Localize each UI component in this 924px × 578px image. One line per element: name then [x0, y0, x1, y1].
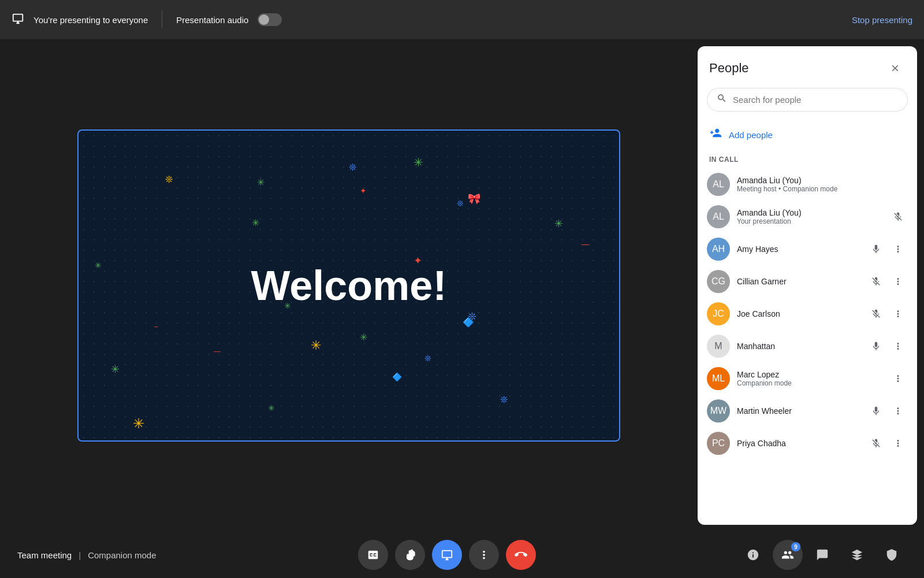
- presentation-frame: ✳ ✳ ✳ ✳ ✳ ✳ ✳ ✳ ❊ ❊ ❊ ❊ ❊ ✦ – — ✦ ❊: [77, 129, 620, 442]
- participant-name: Marc Lopez: [737, 370, 881, 379]
- participant-row: ALAmanda Liu (You)Your presentation: [698, 201, 917, 233]
- avatar: M: [707, 335, 730, 358]
- more-options-button[interactable]: [888, 433, 908, 453]
- search-box[interactable]: [707, 88, 908, 112]
- participant-actions: [888, 369, 908, 388]
- participant-row: CGCillian Garner: [698, 265, 917, 298]
- captions-button[interactable]: [358, 540, 388, 570]
- participant-row: MLMarc LopezCompanion mode: [698, 362, 917, 395]
- add-people-label: Add people: [729, 130, 773, 140]
- people-badge: 9: [791, 542, 800, 551]
- raise-hand-button[interactable]: [395, 540, 425, 570]
- avatar: CG: [707, 270, 730, 293]
- participants-list: ALAmanda Liu (You)Meeting host • Compani…: [698, 168, 917, 525]
- participant-info: Manhattan: [737, 342, 859, 351]
- participant-actions: [866, 401, 908, 421]
- stop-presenting-button[interactable]: Stop presenting: [852, 15, 912, 25]
- avatar: AL: [707, 173, 730, 196]
- avatar: JC: [707, 302, 730, 325]
- controls-right: 9: [738, 540, 907, 570]
- avatar: MW: [707, 399, 730, 423]
- panel-title: People: [709, 61, 749, 76]
- participant-subtitle: Your presentation: [737, 217, 881, 225]
- participant-row: ALAmanda Liu (You)Meeting host • Compani…: [698, 168, 917, 201]
- presenting-text: You're presenting to everyone: [33, 15, 148, 25]
- participant-info: Amy Hayes: [737, 244, 859, 254]
- close-panel-button[interactable]: [885, 58, 906, 79]
- top-bar: You're presenting to everyone Presentati…: [0, 0, 924, 39]
- participant-name: Joe Carlson: [737, 309, 859, 318]
- participant-subtitle: Companion mode: [737, 379, 881, 387]
- people-panel: People Add people IN CALL ALAmanda Liu (…: [698, 46, 917, 525]
- screen-share-icon: [12, 12, 24, 28]
- participant-info: Joe Carlson: [737, 309, 859, 318]
- participant-info: Marc LopezCompanion mode: [737, 370, 881, 387]
- mic-button[interactable]: [866, 239, 886, 259]
- avatar: AL: [707, 205, 730, 228]
- video-area: ✳ ✳ ✳ ✳ ✳ ✳ ✳ ✳ ❊ ❊ ❊ ❊ ❊ ✦ – — ✦ ❊: [0, 39, 698, 532]
- participant-info: Amanda Liu (You)Meeting host • Companion…: [737, 176, 901, 193]
- participant-name: Manhattan: [737, 342, 859, 351]
- participant-info: Martin Wheeler: [737, 406, 859, 416]
- participant-info: Cillian Garner: [737, 277, 859, 286]
- present-button[interactable]: [432, 540, 462, 570]
- more-options-button[interactable]: [888, 272, 908, 291]
- in-call-label: IN CALL: [698, 149, 917, 168]
- presentation-audio-toggle[interactable]: [258, 13, 282, 26]
- participant-name: Amanda Liu (You): [737, 176, 901, 185]
- end-call-button[interactable]: [506, 540, 536, 570]
- participant-actions: [866, 433, 908, 453]
- mic-button[interactable]: [866, 304, 886, 324]
- participant-info: Amanda Liu (You)Your presentation: [737, 208, 881, 225]
- meeting-title: Team meeting: [17, 550, 72, 560]
- more-options-button[interactable]: [469, 540, 499, 570]
- participant-actions: [866, 239, 908, 259]
- companion-mode-label: Companion mode: [88, 550, 156, 560]
- search-icon: [717, 93, 727, 106]
- participant-actions: [888, 207, 908, 227]
- participant-info: Priya Chadha: [737, 439, 859, 448]
- avatar: PC: [707, 432, 730, 455]
- more-options-button[interactable]: [888, 369, 908, 388]
- mic-button[interactable]: [888, 207, 908, 227]
- search-input[interactable]: [733, 95, 898, 105]
- meeting-divider: |: [79, 550, 81, 560]
- participant-actions: [866, 336, 908, 356]
- mic-button[interactable]: [866, 336, 886, 356]
- participant-subtitle: Meeting host • Companion mode: [737, 185, 901, 193]
- activities-button[interactable]: [842, 540, 872, 570]
- bottom-bar: Team meeting | Companion mode 9: [0, 532, 924, 578]
- meeting-info: Team meeting | Companion mode: [17, 550, 157, 560]
- safety-button[interactable]: [877, 540, 907, 570]
- top-bar-divider: [162, 11, 162, 28]
- participant-name: Amanda Liu (You): [737, 208, 881, 217]
- participant-row: MWMartin Wheeler: [698, 395, 917, 427]
- controls-center: [157, 540, 738, 570]
- presentation-audio-label: Presentation audio: [176, 15, 248, 25]
- add-person-icon: [709, 127, 722, 143]
- mic-button[interactable]: [866, 272, 886, 291]
- mic-button[interactable]: [866, 433, 886, 453]
- participant-row: MManhattan: [698, 330, 917, 362]
- more-options-button[interactable]: [888, 401, 908, 421]
- participant-row: JCJoe Carlson: [698, 298, 917, 330]
- add-people-button[interactable]: Add people: [698, 121, 917, 149]
- avatar: AH: [707, 238, 730, 261]
- welcome-text: Welcome!: [251, 262, 447, 309]
- info-button[interactable]: [738, 540, 768, 570]
- participant-name: Amy Hayes: [737, 244, 859, 254]
- participant-name: Priya Chadha: [737, 439, 859, 448]
- more-options-button[interactable]: [888, 336, 908, 356]
- main-area: ✳ ✳ ✳ ✳ ✳ ✳ ✳ ✳ ❊ ❊ ❊ ❊ ❊ ✦ – — ✦ ❊: [0, 39, 924, 532]
- avatar: ML: [707, 367, 730, 390]
- participant-row: AHAmy Hayes: [698, 233, 917, 265]
- participant-name: Cillian Garner: [737, 277, 859, 286]
- participant-actions: [866, 272, 908, 291]
- more-options-button[interactable]: [888, 239, 908, 259]
- panel-header: People: [698, 46, 917, 88]
- participant-actions: [866, 304, 908, 324]
- mic-button[interactable]: [866, 401, 886, 421]
- more-options-button[interactable]: [888, 304, 908, 324]
- chat-button[interactable]: [807, 540, 837, 570]
- people-button[interactable]: 9: [773, 540, 803, 570]
